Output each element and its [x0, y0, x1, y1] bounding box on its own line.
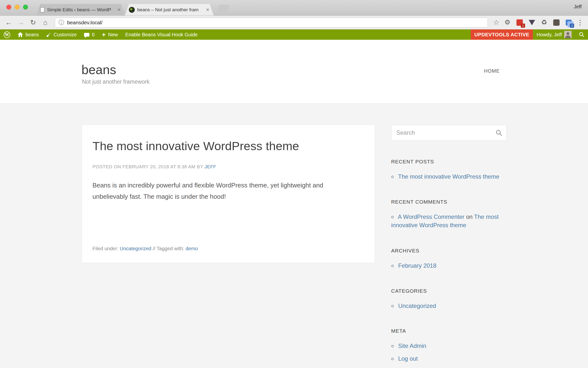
circle-bullet-icon: [391, 216, 394, 218]
admin-bar-customize[interactable]: Customize: [43, 29, 80, 40]
list-item: Uncategorized: [391, 302, 507, 310]
categories-list: Uncategorized: [391, 302, 507, 310]
circle-bullet-icon: [391, 305, 394, 307]
bookmark-star-icon[interactable]: ☆: [493, 18, 499, 26]
url-text[interactable]: beansdev.local/: [67, 20, 102, 26]
category-sidebar-link[interactable]: Uncategorized: [398, 302, 436, 309]
zoom-window-button[interactable]: [23, 5, 28, 10]
tab-wp-admin[interactable]: Simple Edits ‹ beans — WordP ×: [36, 4, 125, 15]
admin-bar-spacer: [201, 29, 471, 40]
circle-bullet-icon: [391, 176, 394, 178]
forward-button[interactable]: →: [17, 19, 25, 26]
admin-bar-site-name[interactable]: beans: [14, 29, 43, 40]
paintbrush-icon: [46, 32, 51, 37]
comment-connector: on: [466, 213, 473, 220]
admin-bar-search[interactable]: [575, 29, 588, 40]
search-widget: [391, 125, 507, 141]
extension-recycle-icon[interactable]: ♻: [540, 18, 548, 27]
dark-extension-icon: [553, 19, 560, 26]
plus-icon: +: [102, 31, 106, 38]
tab-close-icon[interactable]: ×: [117, 7, 121, 13]
tab-title: Simple Edits ‹ beans — WordP: [47, 7, 115, 13]
site-info-icon[interactable]: ⓘ: [59, 19, 64, 26]
circle-bullet-icon: [391, 265, 394, 267]
post-body: Beans is an incredibly powerful and flex…: [93, 180, 345, 202]
address-bar[interactable]: ⓘ beansdev.local/: [55, 18, 488, 27]
extension-badge: 1: [521, 24, 525, 28]
recent-post-link[interactable]: The most innovative WordPress theme: [398, 173, 499, 180]
home-icon: [18, 32, 23, 37]
admin-bar-new[interactable]: + New: [98, 29, 122, 40]
admin-bar-hook-guide[interactable]: Enable Beans Visual Hook Guide: [122, 29, 201, 40]
site-admin-link[interactable]: Site Admin: [398, 342, 426, 349]
site-name-label: beans: [25, 32, 39, 38]
main-nav: HOME: [484, 68, 500, 74]
browser-toolbar: ← → ↻ ⌂ ⓘ beansdev.local/ ☆ ⚙ 1 ♻ 2 ⋮: [0, 16, 588, 29]
search-icon[interactable]: [495, 129, 502, 137]
tab-strip: Simple Edits ‹ beans — WordP × beans – N…: [0, 0, 588, 16]
browser-tabs: Simple Edits ‹ beans — WordP × beans – N…: [36, 4, 229, 15]
tag-link[interactable]: demo: [185, 246, 198, 251]
tab-beans-site[interactable]: beans – Not just another fram ×: [125, 4, 214, 15]
filed-under-label: Filed under:: [93, 246, 119, 251]
new-tab-button[interactable]: [216, 5, 229, 15]
admin-bar-my-account[interactable]: Howdy, Jeff: [533, 29, 575, 40]
updevtools-label: UPDEVTOOLS ACTIVE: [474, 32, 529, 38]
search-icon: [579, 32, 584, 37]
category-link[interactable]: Uncategorized: [120, 246, 151, 251]
comments-count: 0: [92, 32, 95, 38]
site-header: beans Not just another framework HOME: [0, 40, 588, 103]
archives-list: February 2018: [391, 262, 507, 270]
browser-profile-name[interactable]: Jeff: [574, 4, 582, 10]
browser-window: Simple Edits ‹ beans — WordP × beans – N…: [0, 0, 588, 29]
post-author-link[interactable]: JEFF: [205, 164, 216, 169]
extension-funnel-icon[interactable]: [528, 18, 536, 27]
extension-dark-icon[interactable]: [552, 18, 561, 27]
extension-badge: 2: [570, 24, 574, 28]
close-window-button[interactable]: [6, 5, 11, 10]
extension-red-icon[interactable]: 1: [515, 18, 524, 27]
back-button[interactable]: ←: [4, 19, 13, 26]
new-label: New: [108, 32, 118, 38]
page-favicon-icon: [40, 7, 45, 13]
search-input[interactable]: [391, 125, 507, 141]
recent-comment-item: A WordPress Commenter on The most innova…: [391, 213, 507, 230]
wp-logo-menu[interactable]: W: [0, 29, 14, 40]
extension-blue-icon[interactable]: 2: [564, 18, 573, 27]
list-item: Log out: [391, 355, 507, 363]
circle-bullet-icon: [391, 345, 394, 347]
meta-list: Site Admin Log out Entries RSS Comments …: [391, 342, 507, 368]
post-title[interactable]: The most innovative WordPress theme: [93, 139, 364, 153]
post-article: The most innovative WordPress theme POST…: [82, 125, 375, 263]
customize-label: Customize: [54, 32, 77, 38]
avatar: [564, 31, 572, 38]
extension-gear-icon[interactable]: ⚙: [503, 18, 512, 27]
tab-title: beans – Not just another fram: [137, 7, 204, 13]
nav-home-link[interactable]: HOME: [484, 68, 500, 74]
hook-guide-label: Enable Beans Visual Hook Guide: [125, 32, 197, 38]
post-footer: Filed under: Uncategorized // Tagged wit…: [93, 246, 364, 251]
circle-bullet-icon: [391, 358, 394, 360]
post-meta-text: POSTED ON FEBRUARY 20, 2018 AT 8:38 AM B…: [93, 164, 203, 169]
archive-link[interactable]: February 2018: [398, 262, 436, 269]
site-title[interactable]: beans: [82, 62, 116, 77]
list-item: February 2018: [391, 262, 507, 270]
log-out-link[interactable]: Log out: [398, 355, 418, 362]
wp-admin-bar: W beans Customize 0 + New Enable Beans V…: [0, 29, 588, 40]
browser-menu-icon[interactable]: ⋮: [577, 18, 584, 26]
admin-bar-comments[interactable]: 0: [80, 29, 98, 40]
howdy-label: Howdy, Jeff: [537, 32, 562, 38]
tab-close-icon[interactable]: ×: [206, 7, 209, 13]
minimize-window-button[interactable]: [15, 5, 20, 10]
tagged-with-label: Tagged with:: [157, 246, 184, 251]
footer-separator: //: [153, 246, 155, 251]
updevtools-button[interactable]: UPDEVTOOLS ACTIVE: [471, 29, 533, 40]
list-item: The most innovative WordPress theme: [391, 172, 507, 181]
recent-posts-list: The most innovative WordPress theme: [391, 172, 507, 181]
meta-heading: META: [391, 328, 507, 334]
reload-button[interactable]: ↻: [29, 19, 37, 26]
categories-heading: CATEGORIES: [391, 288, 507, 294]
commenter-link[interactable]: A WordPress Commenter: [398, 213, 465, 220]
recent-comments-heading: RECENT COMMENTS: [391, 199, 507, 205]
home-button[interactable]: ⌂: [41, 19, 49, 26]
